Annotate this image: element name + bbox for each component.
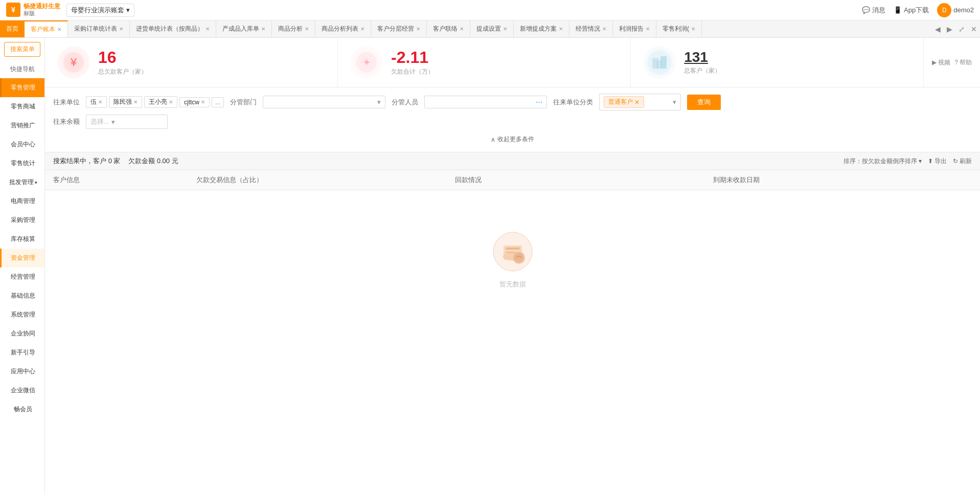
tag-close-wangxiao[interactable]: ✕ <box>169 99 173 105</box>
sidebar-item-retail-mgmt[interactable]: 零售管理 <box>0 78 44 97</box>
refresh-button[interactable]: ↻ 刷新 <box>953 157 972 166</box>
tab-close-purchase-order[interactable]: ✕ <box>119 26 123 32</box>
filter-row-1: 往来单位 伍 ✕ 陈民强 ✕ 王小亮 ✕ cjttcw <box>53 94 972 110</box>
export-icon: ⬆ <box>928 158 933 165</box>
sidebar-item-pro-member[interactable]: 畅会员 <box>0 400 44 419</box>
tab-close-product-analysis-list[interactable]: ✕ <box>360 26 364 32</box>
sidebar-item-wholesale-mgmt[interactable]: 批发管理 ▾ <box>0 173 44 192</box>
sidebar-item-inventory[interactable]: 库存核算 <box>0 230 44 249</box>
tab-new-solution[interactable]: 新增提成方案 ✕ <box>514 20 569 38</box>
search-menu-button[interactable]: 搜索菜单 <box>4 42 40 57</box>
chevron-down-icon: ▾ <box>377 98 381 106</box>
sidebar-item-app-center[interactable]: 应用中心 <box>0 362 44 381</box>
sidebar-item-retail-mall[interactable]: 零售商城 <box>0 97 44 116</box>
tab-customer-tier[interactable]: 客户分层经营 ✕ <box>371 20 427 38</box>
tab-close-product-analysis[interactable]: ✕ <box>305 26 309 32</box>
tab-close-all-icon[interactable]: ✕ <box>968 25 980 33</box>
tab-close-profit-report[interactable]: ✕ <box>646 26 650 32</box>
org-selector[interactable]: 母婴行业演示账套 ▾ <box>66 4 134 17</box>
dept-select[interactable]: ▾ <box>263 96 385 108</box>
tag-close-iqu[interactable]: ✕ <box>98 99 102 105</box>
video-button[interactable]: ▶ 视频 <box>932 42 950 83</box>
tag-close-chenmin[interactable]: ✕ <box>133 99 138 105</box>
unit-label: 往来单位 <box>53 98 80 107</box>
tab-close-customer-tier[interactable]: ✕ <box>416 26 420 32</box>
header-right: 💬 消息 📱 App下载 D demo2 <box>862 3 974 17</box>
total-customers-info: 131 总客户（家） <box>684 50 721 75</box>
overdue-amount-icon: ✦ <box>350 46 383 79</box>
tab-product-analysis-list[interactable]: 商品分析列表 ✕ <box>315 20 371 38</box>
stat-total-customers: 131 总客户（家） <box>631 38 924 87</box>
sidebar-item-new-guide[interactable]: 新手引导 <box>0 343 44 362</box>
sidebar-item-fund-mgmt[interactable]: 资金管理 <box>0 249 44 267</box>
chevron-down-icon: ▾ <box>126 6 130 14</box>
user-menu[interactable]: D demo2 <box>937 3 974 17</box>
sidebar-item-purchase-mgmt[interactable]: 采购管理 <box>0 211 44 230</box>
balance-select[interactable]: 选择... ▾ <box>86 115 168 129</box>
tab-reminder-settings[interactable]: 提成设置 ✕ <box>470 20 514 38</box>
sidebar-item-basic-info[interactable]: 基础信息 <box>0 286 44 305</box>
overdue-customers-value: 16 <box>98 49 147 65</box>
svg-point-14 <box>514 253 524 263</box>
sidebar-item-system-mgmt[interactable]: 系统管理 <box>0 305 44 324</box>
sidebar-item-ecommerce-mgmt[interactable]: 电商管理 <box>0 192 44 211</box>
collapse-button[interactable]: ∧ 收起更多条件 <box>53 133 972 146</box>
tab-close-reminder-settings[interactable]: ✕ <box>503 26 507 32</box>
query-button[interactable]: 查询 <box>687 95 721 110</box>
sidebar-item-enterprise-coop[interactable]: 企业协同 <box>0 324 44 343</box>
overdue-customers-icon: ¥ <box>57 46 90 79</box>
tab-customer-account[interactable]: 客户账本 ✕ <box>25 20 68 38</box>
chevron-up-icon: ∧ <box>491 136 495 143</box>
tab-retail-profit[interactable]: 零售利润( ✕ <box>656 20 702 38</box>
sidebar-item-retail-stats[interactable]: 零售统计 <box>0 154 44 173</box>
tab-close-product-in[interactable]: ✕ <box>261 26 265 32</box>
tab-customer-contact[interactable]: 客户联络 ✕ <box>427 20 470 38</box>
sidebar-item-marketing[interactable]: 营销推广 <box>0 116 44 135</box>
tab-close-purchase-stats[interactable]: ✕ <box>206 26 210 32</box>
tab-nav-right[interactable]: ▶ <box>944 25 955 33</box>
overdue-customers-info: 16 总欠款客户（家） <box>98 49 147 76</box>
tab-purchase-stats[interactable]: 进货单统计表（按商品） ✕ <box>130 20 216 38</box>
sidebar-item-enterprise-wechat[interactable]: 企业微信 <box>0 381 44 400</box>
results-bar: 搜索结果中，客户 0 家 欠款金额 0.00 元 排序：按欠款金额倒序排序 ▾ … <box>45 152 980 170</box>
sort-button[interactable]: 排序：按欠款金额倒序排序 ▾ <box>844 157 922 166</box>
tab-nav-left[interactable]: ◀ <box>932 25 944 33</box>
tab-expand-icon[interactable]: ⤢ <box>955 25 968 33</box>
cat-tag-close[interactable]: ✕ <box>634 99 640 106</box>
tab-operation-status[interactable]: 经营情况 ✕ <box>569 20 613 38</box>
person-select[interactable]: ⋯ <box>424 96 547 108</box>
tab-scroll-area: 客户账本 ✕ 采购订单统计表 ✕ 进货单统计表（按商品） ✕ 产成品入库单 ✕ … <box>25 20 932 38</box>
unit-class-select[interactable]: 普通客户 ✕ ▾ <box>599 94 681 110</box>
tab-close-retail-profit[interactable]: ✕ <box>691 26 695 32</box>
app-download-button[interactable]: 📱 App下载 <box>894 6 929 15</box>
sidebar-item-member-center[interactable]: 会员中心 <box>0 135 44 154</box>
tag-close-cjttcw[interactable]: ✕ <box>201 99 205 105</box>
tab-close-new-solution[interactable]: ✕ <box>559 26 563 32</box>
avatar: D <box>937 3 951 17</box>
tab-product-in[interactable]: 产成品入库单 ✕ <box>216 20 272 38</box>
refresh-icon: ↻ <box>953 158 958 165</box>
tab-close-operation-status[interactable]: ✕ <box>602 26 606 32</box>
help-button[interactable]: ? 帮助 <box>954 42 972 83</box>
tab-purchase-order[interactable]: 采购订单统计表 ✕ <box>68 20 130 38</box>
top-header: ¥ 畅捷通好生意 标版 母婴行业演示账套 ▾ 💬 消息 📱 App下载 D de… <box>0 0 980 20</box>
unit-class-label: 往来单位分类 <box>553 98 593 107</box>
chevron-down-icon: ▾ <box>673 98 676 106</box>
message-icon: 💬 <box>862 6 870 14</box>
export-button[interactable]: ⬆ 导出 <box>928 157 947 166</box>
filter-tag-wangxiao: 王小亮 ✕ <box>144 96 177 108</box>
sidebar-item-operations-mgmt[interactable]: 经营管理 <box>0 267 44 286</box>
empty-state: 暂无数据 <box>45 190 980 330</box>
col-header-repayment: 回款情况 <box>455 175 714 185</box>
tab-close-customer-account[interactable]: ✕ <box>57 27 61 32</box>
tab-product-analysis[interactable]: 商品分析 ✕ <box>272 20 315 38</box>
message-button[interactable]: 💬 消息 <box>862 6 885 15</box>
tab-home[interactable]: 首页 <box>0 20 25 38</box>
empty-text: 暂无数据 <box>499 280 526 289</box>
tab-profit-report[interactable]: 利润报告 ✕ <box>613 20 656 38</box>
tab-close-customer-contact[interactable]: ✕ <box>460 26 464 32</box>
more-tags-button[interactable]: ... <box>212 97 224 107</box>
svg-rect-11 <box>506 248 520 250</box>
quick-nav-button[interactable]: 快捷导航 <box>0 61 44 78</box>
stat-overdue-amount: ✦ -2.11 欠款合计（万） <box>338 38 631 87</box>
